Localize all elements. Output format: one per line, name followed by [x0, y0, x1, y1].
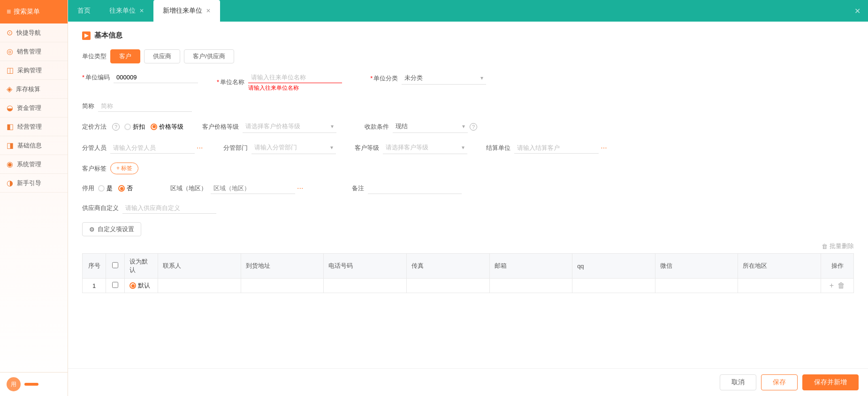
select-all-checkbox[interactable] — [112, 262, 118, 268]
tab-partners[interactable]: 往来单位 ✕ — [100, 0, 153, 22]
tab-partners-close[interactable]: ✕ — [139, 8, 144, 14]
row-phone[interactable] — [324, 279, 407, 293]
payment-arrow-icon: ▾ — [462, 123, 465, 130]
manager-dots-btn[interactable]: ··· — [195, 144, 205, 152]
category-label: 单位分类 — [370, 74, 398, 83]
batch-delete-area[interactable]: 🗑 批量删除 — [82, 242, 854, 250]
price-level-select[interactable]: 请选择客户价格等级 ▾ — [243, 120, 336, 133]
th-wechat: 微信 — [655, 254, 738, 279]
disabled-radio-no[interactable]: 否 — [118, 184, 133, 193]
remark-input[interactable] — [368, 183, 462, 194]
row-qq[interactable] — [572, 279, 655, 293]
row-fax[interactable] — [407, 279, 490, 293]
tab-new-partner[interactable]: 新增往来单位 ✕ — [153, 0, 220, 22]
sidebar-item-sales[interactable]: ◎ 销售管理 — [0, 42, 68, 61]
section-header: ▶ 基本信息 — [82, 31, 854, 40]
row-index: 1 — [83, 279, 106, 293]
row-delete-btn[interactable]: 🗑 — [838, 281, 845, 290]
settle-dots-btn[interactable]: ··· — [599, 144, 609, 152]
sidebar-item-finance[interactable]: ◒ 资金管理 — [0, 99, 68, 117]
payment-help-icon[interactable]: ? — [470, 123, 477, 131]
row-email[interactable] — [489, 279, 572, 293]
pricing-help-icon[interactable]: ? — [112, 123, 120, 131]
table-header-row: 序号 设为默认 联系人 到货地址 电话号码 传真 邮箱 qq 微信 所在地区 操… — [83, 254, 854, 279]
row-address[interactable] — [241, 279, 324, 293]
tab-home[interactable]: 首页 — [68, 0, 100, 22]
custom-settings-button[interactable]: ⚙ 自定义项设置 — [82, 222, 141, 236]
row-action-buttons: + 🗑 — [826, 281, 849, 290]
sidebar-item-system[interactable]: ◉ 系统管理 — [0, 155, 68, 174]
code-input[interactable] — [114, 72, 198, 83]
row-region-input[interactable] — [743, 282, 816, 289]
unit-type-group: 单位类型 客户 供应商 客户/供应商 — [82, 49, 234, 63]
th-phone: 电话号码 — [324, 254, 407, 279]
system-icon: ◉ — [7, 160, 13, 169]
sidebar-item-guide[interactable]: ◑ 新手引导 — [0, 174, 68, 193]
region-input[interactable] — [211, 183, 295, 194]
customer-level-select[interactable]: 请选择客户等级 ▾ — [383, 141, 467, 154]
batch-delete-label: 批量删除 — [830, 242, 854, 250]
payment-select[interactable]: 现结 ▾ — [393, 120, 468, 133]
row-fax-input[interactable] — [411, 282, 485, 289]
th-region: 所在地区 — [738, 254, 821, 279]
dept-select[interactable]: 请输入分管部门 ▾ — [251, 141, 336, 154]
row-add-btn[interactable]: + — [830, 281, 834, 290]
category-arrow-icon: ▾ — [480, 75, 483, 81]
customer-level-group: 客户等级 请选择客户等级 ▾ — [355, 141, 467, 154]
row-checkbox[interactable] — [112, 282, 118, 288]
sidebar-item-basic[interactable]: ◨ 基础信息 — [0, 136, 68, 155]
row-default-radio[interactable]: 默认 — [129, 281, 153, 290]
save-new-button[interactable]: 保存并新增 — [802, 374, 859, 390]
row-wechat-input[interactable] — [660, 282, 733, 289]
tab-new-partner-close[interactable]: ✕ — [206, 8, 211, 14]
tag-add-button[interactable]: + 标签 — [110, 163, 138, 174]
close-all-tabs[interactable]: ✕ — [847, 7, 868, 16]
row-wechat[interactable] — [655, 279, 738, 293]
row-region[interactable] — [738, 279, 821, 293]
row-default: 默认 — [125, 279, 158, 293]
name-input[interactable] — [248, 72, 342, 83]
row-address-input[interactable] — [246, 282, 319, 289]
sidebar-item-label: 资金管理 — [17, 104, 41, 112]
disabled-radio-yes[interactable]: 是 — [98, 184, 113, 193]
sidebar-item-quick-nav[interactable]: ⊙ 快捷导航 — [0, 23, 68, 42]
unit-btn-supplier[interactable]: 供应商 — [144, 49, 180, 63]
settle-input[interactable] — [514, 142, 599, 154]
row-contact[interactable] — [158, 279, 241, 293]
row-qq-input[interactable] — [577, 282, 650, 289]
region-dots-btn[interactable]: ··· — [295, 184, 305, 193]
row-contact-input[interactable] — [163, 282, 236, 289]
pricing-radio-price-level[interactable]: 价格等级 — [151, 123, 183, 131]
customer-level-placeholder: 请选择客户等级 — [386, 143, 462, 152]
quick-nav-icon: ⊙ — [7, 28, 13, 37]
manager-input[interactable] — [110, 142, 195, 154]
cancel-button[interactable]: 取消 — [720, 374, 756, 390]
name-label: 单位名称 — [217, 78, 244, 86]
abbr-input[interactable] — [98, 101, 192, 112]
sidebar-item-purchase[interactable]: ◫ 采购管理 — [0, 61, 68, 80]
tag-add-label: + 标签 — [116, 164, 132, 172]
disabled-no-label: 否 — [127, 184, 133, 193]
code-group: 单位编码 — [82, 72, 198, 83]
unit-btn-both[interactable]: 客户/供应商 — [184, 49, 234, 63]
sidebar-search[interactable]: ≡ 搜索菜单 — [0, 5, 68, 19]
dept-group: 分管部门 请输入分管部门 ▾ — [223, 141, 336, 154]
th-default: 设为默认 — [125, 254, 158, 279]
tags-group: 客户标签 + 标签 — [82, 163, 138, 174]
purchase-icon: ◫ — [7, 66, 14, 75]
pricing-radio-discount[interactable]: 折扣 — [124, 123, 145, 131]
sidebar-item-inventory[interactable]: ◈ 库存核算 — [0, 80, 68, 99]
unit-btn-customer[interactable]: 客户 — [110, 49, 140, 63]
sidebar-item-operation[interactable]: ◧ 经营管理 — [0, 117, 68, 136]
code-name-row: 单位编码 单位名称 请输入往来单位名称 单位分类 未分类 ▾ — [82, 72, 854, 92]
supplier-custom-input[interactable] — [122, 202, 216, 214]
row-email-input[interactable] — [495, 282, 568, 289]
save-button[interactable]: 保存 — [761, 374, 798, 390]
region-label: 区域（地区） — [170, 184, 207, 193]
disabled-label: 停用 — [82, 184, 94, 193]
category-select[interactable]: 未分类 ▾ — [402, 72, 486, 85]
disabled-no-circle — [118, 185, 125, 192]
row-phone-input[interactable] — [328, 282, 402, 289]
name-group: 单位名称 请输入往来单位名称 — [217, 72, 342, 92]
payment-group: 收款条件 现结 ▾ ? — [365, 120, 477, 133]
